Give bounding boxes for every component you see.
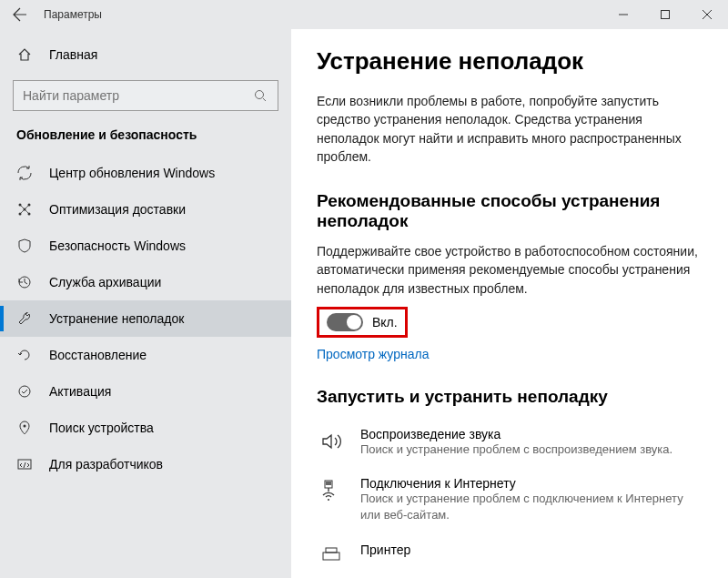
svg-point-8 (24, 425, 26, 428)
troubleshooter-desc: Поиск и устранение проблем с подключение… (360, 491, 699, 523)
page-title: Устранение неполадок (317, 47, 703, 76)
troubleshooter-desc: Поиск и устранение проблем с воспроизвед… (360, 441, 672, 458)
sidebar-item-label: Центр обновления Windows (49, 166, 215, 180)
troubleshooter-title: Воспроизведение звука (360, 427, 672, 441)
key-icon (16, 384, 33, 399)
toggle-highlight: Вкл. (317, 307, 408, 338)
history-link[interactable]: Просмотр журнала (317, 347, 703, 361)
toggle-label: Вкл. (372, 315, 398, 330)
close-icon (703, 10, 712, 19)
minimize-button[interactable] (602, 0, 644, 29)
backup-icon (16, 275, 33, 289)
svg-rect-0 (662, 11, 670, 19)
sidebar-item-label: Поиск устройства (49, 421, 154, 435)
search-icon (254, 89, 268, 102)
sidebar-item-label: Активация (49, 384, 111, 399)
search-input[interactable] (23, 88, 254, 103)
sidebar-item-developers[interactable]: Для разработчиков (0, 446, 291, 482)
close-button[interactable] (686, 0, 728, 29)
sidebar-item-label: Восстановление (49, 348, 147, 362)
section-title: Обновление и безопасность (0, 127, 291, 155)
sidebar-item-label: Устранение неполадок (49, 311, 184, 326)
svg-point-1 (256, 91, 264, 99)
recommended-toggle[interactable] (327, 313, 363, 331)
svg-point-7 (19, 386, 30, 397)
svg-rect-13 (323, 553, 339, 560)
toggle-knob (347, 315, 361, 330)
sidebar-item-security[interactable]: Безопасность Windows (0, 228, 291, 264)
intro-text: Если возникли проблемы в работе, попробу… (317, 92, 699, 166)
sidebar-item-findmydevice[interactable]: Поиск устройства (0, 410, 291, 446)
shield-icon (16, 238, 33, 253)
svg-rect-12 (326, 548, 337, 553)
code-icon (16, 457, 33, 472)
sidebar-item-label: Безопасность Windows (49, 238, 186, 253)
sidebar-item-label: Служба архивации (49, 275, 161, 289)
sidebar-item-troubleshoot[interactable]: Устранение неполадок (0, 300, 291, 337)
sidebar-item-update[interactable]: Центр обновления Windows (0, 155, 291, 191)
maximize-button[interactable] (644, 0, 686, 29)
sidebar-item-backup[interactable]: Служба архивации (0, 264, 291, 300)
home-icon (16, 47, 33, 62)
home-nav[interactable]: Главная (0, 40, 291, 69)
speaker-icon (317, 427, 346, 456)
troubleshooter-title: Подключения к Интернету (360, 476, 699, 491)
recommended-heading: Рекомендованные способы устранения непол… (317, 191, 699, 231)
minimize-icon (619, 10, 628, 19)
troubleshooter-printer[interactable]: Принтер (317, 533, 699, 578)
sidebar-item-label: Оптимизация доставки (49, 202, 186, 217)
sidebar-item-recovery[interactable]: Восстановление (0, 337, 291, 373)
arrow-left-icon (13, 7, 27, 22)
sidebar-item-activation[interactable]: Активация (0, 373, 291, 410)
sidebar-item-delivery[interactable]: Оптимизация доставки (0, 191, 291, 228)
sidebar-item-label: Для разработчиков (49, 457, 163, 472)
content: Устранение неполадок Если возникли пробл… (291, 29, 728, 578)
troubleshooter-title: Принтер (360, 543, 410, 557)
troubleshooter-internet[interactable]: Подключения к Интернету Поиск и устранен… (317, 467, 699, 532)
maximize-icon (661, 10, 670, 19)
sync-icon (16, 166, 33, 180)
window-title: Параметры (40, 8, 602, 21)
delivery-icon (16, 202, 33, 217)
wifi-icon (317, 476, 346, 505)
home-label: Главная (49, 47, 97, 62)
troubleshooter-audio[interactable]: Воспроизведение звука Поиск и устранение… (317, 418, 699, 467)
sidebar: Главная Обновление и безопасность Центр … (0, 29, 291, 578)
svg-point-11 (328, 499, 329, 501)
run-heading: Запустить и устранить неполадку (317, 387, 699, 407)
wrench-icon (16, 311, 33, 326)
location-icon (16, 421, 33, 435)
recommended-text: Поддерживайте свое устройство в работосп… (317, 242, 699, 298)
recovery-icon (16, 348, 33, 362)
printer-icon (317, 543, 346, 572)
titlebar: Параметры (0, 0, 728, 29)
back-button[interactable] (0, 0, 40, 29)
search-box[interactable] (13, 80, 278, 111)
